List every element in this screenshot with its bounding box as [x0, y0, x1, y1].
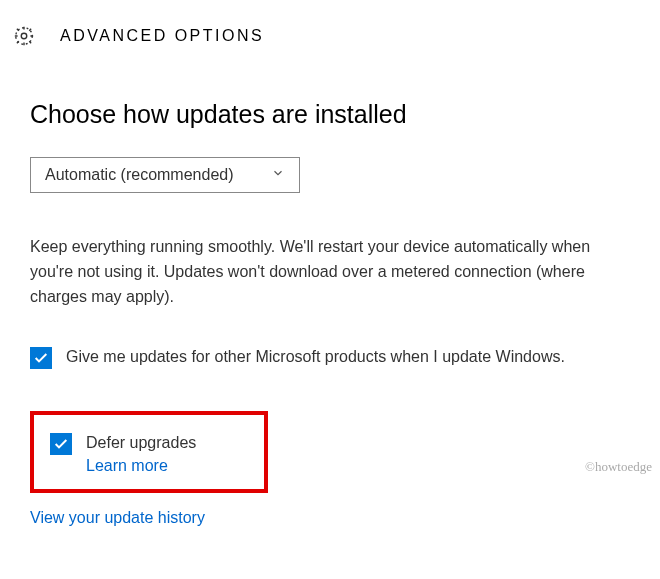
other-products-checkbox-row: Give me updates for other Microsoft prod… — [30, 345, 630, 369]
update-mode-dropdown[interactable]: Automatic (recommended) — [30, 157, 300, 193]
dropdown-selected-value: Automatic (recommended) — [45, 166, 234, 184]
other-products-label: Give me updates for other Microsoft prod… — [66, 345, 565, 369]
defer-upgrades-label: Defer upgrades — [86, 431, 196, 455]
svg-point-0 — [21, 33, 27, 39]
learn-more-link[interactable]: Learn more — [86, 457, 196, 475]
other-products-checkbox[interactable] — [30, 347, 52, 369]
watermark-text: ©howtoedge — [585, 459, 652, 475]
chevron-down-icon — [271, 166, 285, 184]
defer-upgrades-row: Defer upgrades Learn more — [50, 431, 248, 475]
header-bar: ADVANCED OPTIONS — [0, 0, 660, 66]
highlight-box: Defer upgrades Learn more — [30, 411, 268, 493]
view-update-history-link[interactable]: View your update history — [30, 509, 630, 527]
description-text: Keep everything running smoothly. We'll … — [30, 235, 630, 309]
page-title: ADVANCED OPTIONS — [60, 27, 264, 45]
defer-upgrades-checkbox[interactable] — [50, 433, 72, 455]
section-heading: Choose how updates are installed — [30, 100, 630, 129]
gear-icon — [12, 24, 36, 48]
